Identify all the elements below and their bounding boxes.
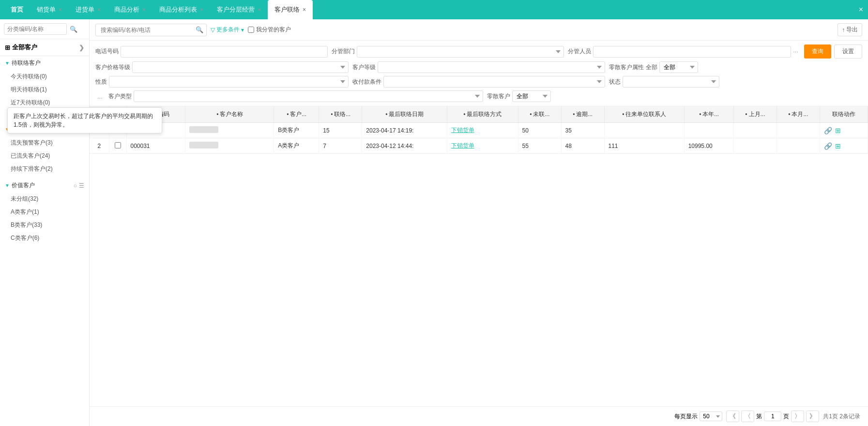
th-uncontacted[interactable]: ⦁ 未联... bbox=[518, 106, 561, 123]
cell-last-method-2: 下销货单 bbox=[447, 138, 518, 154]
action-link-icon-1[interactable]: 🔗 bbox=[824, 127, 832, 134]
page-input[interactable] bbox=[764, 411, 781, 421]
value-customers-title[interactable]: ▼ 价值客户 ○ ☰ bbox=[0, 178, 89, 192]
close-customer-contact-tab[interactable]: × bbox=[303, 6, 306, 13]
filter-price-level: 客户价格等级 bbox=[95, 61, 349, 73]
sidebar-item-ungrouped[interactable]: 未分组(32) bbox=[0, 192, 89, 206]
value-customers-settings-icon[interactable]: ☰ bbox=[79, 182, 84, 189]
sidebar-collapse-btn[interactable]: ❯ bbox=[79, 44, 84, 51]
customers-table: ⚙ ⦁ 客户编码 ⦁ 客户名称 bbox=[90, 106, 868, 154]
prev-page-btn[interactable]: 〈 bbox=[741, 411, 754, 422]
query-btn[interactable]: 查询 bbox=[804, 44, 831, 59]
next-page-btn[interactable]: 〉 bbox=[791, 411, 804, 422]
customer-type-select[interactable] bbox=[134, 90, 484, 102]
row-2-checkbox[interactable] bbox=[115, 142, 121, 148]
search-btn[interactable]: 🔍 bbox=[196, 26, 203, 33]
price-level-select[interactable] bbox=[132, 61, 349, 73]
retail-customer-select[interactable]: 全部 bbox=[512, 90, 551, 102]
phone-input[interactable] bbox=[121, 46, 328, 58]
sidebar-content: ⊞ 全部客户 ❯ ▼ 待联络客户 今天待联络(0) 明天待联络(1) 近7天待联… bbox=[0, 39, 89, 426]
main-layout: 🔍 ⊞ 全部客户 ❯ ▼ 待联络客户 今天待联络(0) 明天待联络(1) 近7天… bbox=[0, 19, 868, 426]
last-method-link-2[interactable]: 下销货单 bbox=[451, 142, 474, 149]
cell-code-2: 000031 bbox=[126, 138, 185, 154]
th-name[interactable]: ⦁ 客户名称 bbox=[185, 106, 274, 123]
retail-attr-select[interactable]: 全部 bbox=[659, 61, 698, 73]
sidebar-item-declining[interactable]: 持续下滑客户(2) bbox=[0, 162, 89, 176]
search-input[interactable] bbox=[99, 24, 196, 36]
cell-this-month-1 bbox=[777, 123, 820, 138]
sidebar-item-c-class[interactable]: C类客户(6) bbox=[0, 232, 89, 245]
close-purchase-tab[interactable]: × bbox=[97, 6, 101, 13]
filter-retail-attr: 零散客户属性 全部 全部 bbox=[609, 61, 862, 73]
th-last-method[interactable]: ⦁ 最后联络方式 bbox=[447, 106, 518, 123]
manager-input[interactable] bbox=[593, 46, 791, 58]
more-filters-btn[interactable]: ▽ 更多条件 ▾ bbox=[211, 26, 244, 34]
cell-actions-1: 🔗 ⊞ bbox=[820, 123, 868, 138]
action-grid-icon-2[interactable]: ⊞ bbox=[835, 142, 841, 150]
last-page-btn[interactable]: 》 bbox=[806, 411, 819, 422]
th-unit-contact[interactable]: ⦁ 往来单位联系人 bbox=[604, 106, 684, 123]
sidebar-item-a-class[interactable]: A类客户(1) bbox=[0, 206, 89, 219]
pending-contact-title[interactable]: ▼ 待联络客户 bbox=[0, 56, 89, 70]
all-customers-header[interactable]: ⊞ 全部客户 ❯ bbox=[0, 39, 89, 56]
th-overdue[interactable]: ⦁ 逾期... bbox=[561, 106, 604, 123]
page-navigation: 《 〈 第 页 〉 》 bbox=[726, 411, 819, 422]
cell-last-method-1: 下销货单 bbox=[447, 123, 518, 138]
my-customer-filter: 我分管的客户 bbox=[248, 26, 291, 34]
nav-home[interactable]: 首页 bbox=[4, 0, 30, 19]
filter-row-4: ... 客户类型 零散客户 全部 bbox=[95, 90, 862, 102]
cell-name-1 bbox=[185, 123, 274, 138]
filter-manager: 分管人员 ··· bbox=[568, 46, 800, 58]
per-page-select[interactable]: 10 20 50 100 bbox=[700, 411, 722, 421]
manager-more-dots[interactable]: ··· bbox=[791, 48, 800, 55]
customer-level-select[interactable] bbox=[378, 61, 606, 73]
filter-customer-level: 客户等级 bbox=[352, 61, 606, 73]
sidebar-item-today[interactable]: 今天待联络(0) bbox=[0, 70, 89, 83]
sidebar-item-b-class[interactable]: B类客户(33) bbox=[0, 219, 89, 232]
nav-customer-contact[interactable]: 客户联络 × bbox=[268, 0, 313, 19]
gender-select[interactable] bbox=[109, 76, 349, 88]
filter-more-dots[interactable]: ... bbox=[95, 93, 105, 100]
nav-sales[interactable]: 销货单 × bbox=[30, 0, 69, 19]
sidebar-search-input[interactable] bbox=[4, 23, 67, 35]
window-close-btn[interactable]: × bbox=[859, 5, 863, 14]
last-method-link-1[interactable]: 下销货单 bbox=[451, 127, 474, 133]
th-this-year[interactable]: ⦁ 本年... bbox=[684, 106, 733, 123]
payment-select[interactable] bbox=[383, 76, 606, 88]
close-sales-tab[interactable]: × bbox=[59, 6, 62, 13]
pagination: 每页显示 10 20 50 100 《 〈 第 页 〉 》 共1页 2条记录 bbox=[90, 406, 868, 426]
th-contact[interactable]: ⦁ 联络... bbox=[319, 106, 362, 123]
close-customer-manage-tab[interactable]: × bbox=[258, 6, 261, 13]
th-last-date[interactable]: ⦁ 最后联络日期 bbox=[362, 106, 447, 123]
cell-num-2: 2 bbox=[90, 138, 109, 154]
nav-analysis-list[interactable]: 商品分析列表 × bbox=[152, 0, 210, 19]
value-customers-edit-icon[interactable]: ○ bbox=[74, 182, 77, 189]
cell-last-date-1: 2023-04-17 14:19: bbox=[362, 123, 447, 138]
close-analysis-list-tab[interactable]: × bbox=[200, 6, 203, 13]
nav-customer-manage[interactable]: 客户分层经营 × bbox=[210, 0, 268, 19]
sidebar-item-lost[interactable]: 已流失客户(24) bbox=[0, 149, 89, 162]
status-select[interactable] bbox=[623, 76, 719, 88]
th-level[interactable]: ⦁ 客户... bbox=[274, 106, 319, 123]
th-this-month[interactable]: ⦁ 本月... bbox=[777, 106, 820, 123]
top-navigation: 首页 销货单 × 进货单 × 商品分析 × 商品分析列表 × 客户分层经营 × … bbox=[0, 0, 868, 19]
sidebar-search-icon[interactable]: 🔍 bbox=[70, 26, 77, 33]
sidebar-item-tomorrow[interactable]: 明天待联络(1) bbox=[0, 83, 89, 96]
action-grid-icon-1[interactable]: ⊞ bbox=[835, 127, 841, 134]
sidebar: 🔍 ⊞ 全部客户 ❯ ▼ 待联络客户 今天待联络(0) 明天待联络(1) 近7天… bbox=[0, 19, 90, 426]
nav-analysis[interactable]: 商品分析 × bbox=[107, 0, 152, 19]
my-customer-checkbox[interactable] bbox=[248, 27, 254, 33]
th-last-month[interactable]: ⦁ 上月... bbox=[733, 106, 777, 123]
first-page-btn[interactable]: 《 bbox=[726, 411, 739, 422]
close-analysis-tab[interactable]: × bbox=[142, 6, 146, 13]
sidebar-item-loss-warning[interactable]: 流失预警客户(3) bbox=[0, 136, 89, 149]
settings-btn[interactable]: 设置 bbox=[834, 44, 862, 59]
nav-purchase[interactable]: 进货单 × bbox=[69, 0, 107, 19]
cell-last-date-2: 2023-04-12 14:44: bbox=[362, 138, 447, 154]
action-link-icon-2[interactable]: 🔗 bbox=[824, 142, 832, 150]
filter-row-1: 电话号码 分管部门 分管人员 ··· 查询 设置 bbox=[95, 44, 862, 59]
export-btn[interactable]: ↑ 导出 bbox=[838, 23, 862, 36]
department-select[interactable] bbox=[357, 46, 564, 58]
cell-unit-contact-2: 111 bbox=[604, 138, 684, 154]
table-area: ⚙ ⦁ 客户编码 ⦁ 客户名称 bbox=[90, 106, 868, 406]
